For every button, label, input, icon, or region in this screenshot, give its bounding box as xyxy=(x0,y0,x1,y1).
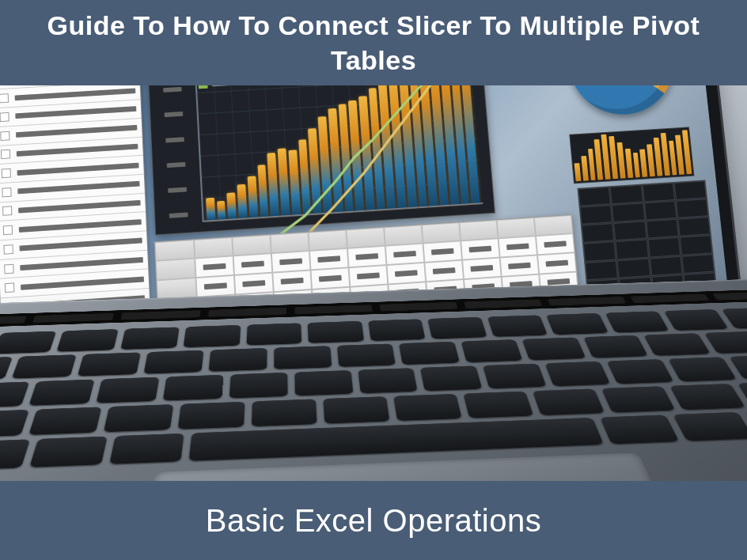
chart-plot-area xyxy=(193,85,483,222)
main-bar-chart xyxy=(146,85,495,235)
page-subtitle: Basic Excel Operations xyxy=(206,503,542,539)
mini-bar-chart xyxy=(569,127,694,184)
keyboard xyxy=(0,306,747,474)
bottom-banner: Basic Excel Operations xyxy=(0,481,747,560)
page-title: Guide To How To Connect Slicer To Multip… xyxy=(32,8,715,78)
chart-y-axis xyxy=(161,85,197,218)
laptop-deck xyxy=(0,276,747,481)
hero-illustration: MacBook-style xyxy=(0,85,747,481)
top-banner: Guide To How To Connect Slicer To Multip… xyxy=(0,0,747,85)
